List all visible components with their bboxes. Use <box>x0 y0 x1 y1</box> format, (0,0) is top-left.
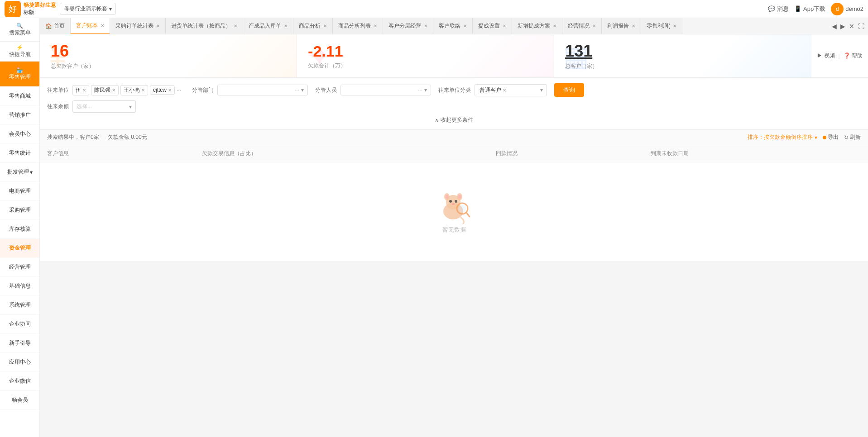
filter-tag-unit4[interactable]: cjttcw ✕ <box>150 86 175 95</box>
help-icon: ❓ <box>844 52 850 59</box>
close-tab-analysis[interactable]: ✕ <box>323 24 327 28</box>
workspace-label: 母婴行业演示帐套 <box>64 5 107 13</box>
filter-tag-unit2[interactable]: 陈民强 ✕ <box>91 85 119 95</box>
col-debt-info: 欠款交易信息（占比） <box>195 145 489 162</box>
sidebar-item-member[interactable]: 会员中心 <box>0 125 39 144</box>
sidebar-quick-nav[interactable]: ⚡ 快捷导航 <box>0 42 39 62</box>
sidebar-item-retail-management[interactable]: 🏪 零售管理 <box>0 62 39 87</box>
sidebar-search[interactable]: 🔍 搜索菜单 <box>0 18 39 42</box>
tab-home[interactable]: 🏠 首页 <box>40 18 71 34</box>
sidebar-item-purchase[interactable]: 采购管理 <box>0 201 39 220</box>
sidebar-item-system[interactable]: 系统管理 <box>0 296 39 315</box>
avatar: d <box>831 3 844 15</box>
tab-prev-button[interactable]: ◀ <box>831 22 838 31</box>
tab-product-analysis[interactable]: 商品分析 ✕ <box>293 18 333 34</box>
category-select[interactable]: 普通客户 ✕ ▾ <box>475 84 547 96</box>
close-tab-customer-ledger[interactable]: ✕ <box>101 23 104 28</box>
tab-new-commission[interactable]: 新增提成方案 ✕ <box>512 18 562 34</box>
tab-retail-profit[interactable]: 零售利润( ✕ <box>641 18 682 34</box>
more-units-button[interactable]: ··· <box>177 87 181 93</box>
tab-customer-layered[interactable]: 客户分层经营 ✕ <box>383 18 433 34</box>
svg-point-10 <box>459 205 466 212</box>
help-button[interactable]: ❓ 帮助 <box>844 52 863 60</box>
tab-operations[interactable]: 经营情况 ✕ <box>562 18 602 34</box>
logo-icon: 好 <box>5 1 21 17</box>
remove-unit4-button[interactable]: ✕ <box>168 88 172 93</box>
filter-tag-unit3[interactable]: 王小亮 ✕ <box>120 85 148 95</box>
tab-incoming-stats[interactable]: 进货单统计表（按商品） ✕ <box>166 18 243 34</box>
balance-placeholder: 选择... <box>77 103 127 110</box>
close-tab-new-commission[interactable]: ✕ <box>553 24 556 28</box>
svg-point-8 <box>452 203 455 205</box>
app-download-button[interactable]: 📱 App下载 <box>794 5 825 13</box>
sidebar-item-finance[interactable]: 资金管理 <box>0 239 39 258</box>
sidebar-item-retail-stats[interactable]: 零售统计 <box>0 144 39 163</box>
category-filter-label: 往来单位分类 <box>438 86 471 94</box>
close-tab-ops[interactable]: ✕ <box>592 24 596 28</box>
dept-more-icon: ··· <box>295 87 299 93</box>
tab-profit-report[interactable]: 利润报告 ✕ <box>602 18 641 34</box>
export-button[interactable]: 导出 <box>823 133 839 141</box>
sidebar-item-member2[interactable]: 畅会员 <box>0 391 39 410</box>
stat-number-total: 131 <box>565 42 592 61</box>
stat-block-debt: ✦ -2.11 欠款合计（万） <box>297 35 554 77</box>
filter-tag-category: 普通客户 ✕ <box>479 86 507 94</box>
tab-product-analysis-list[interactable]: 商品分析列表 ✕ <box>333 18 383 34</box>
sidebar-item-guide[interactable]: 新手引导 <box>0 334 39 353</box>
user-avatar-button[interactable]: d demo2 <box>831 3 863 15</box>
message-icon: 💬 <box>768 5 775 12</box>
person-select[interactable]: ··· ▾ <box>340 85 431 95</box>
collapse-button[interactable]: ∧ 收起更多条件 <box>435 116 473 124</box>
tab-production-entry[interactable]: 产成品入库单 ✕ <box>243 18 293 34</box>
sidebar-item-basic-info[interactable]: 基础信息 <box>0 277 39 296</box>
sidebar-item-wechat[interactable]: 企业微信 <box>0 372 39 391</box>
message-button[interactable]: 💬 消息 <box>768 5 789 13</box>
filter-tags-unit: 伍 ✕ 陈民强 ✕ 王小亮 ✕ cjttcw ✕ <box>72 85 181 95</box>
sidebar-item-inventory[interactable]: 库存核算 <box>0 220 39 239</box>
top-bar-left: 好 畅捷通好生意 标版 母婴行业演示帐套 ▾ <box>5 1 116 17</box>
content-area: 🏠 首页 客户账本 ✕ 采购订单统计表 ✕ 进货单统计表（按商品） ✕ 产成品入… <box>40 18 868 437</box>
tab-customer-contact[interactable]: 客户联络 ✕ <box>433 18 473 34</box>
remove-unit2-button[interactable]: ✕ <box>112 88 115 93</box>
close-tab-layered[interactable]: ✕ <box>424 24 427 28</box>
video-button[interactable]: ▶ 视频 <box>817 52 834 60</box>
query-button[interactable]: 查询 <box>554 83 584 97</box>
sidebar-item-enterprise[interactable]: 企业协同 <box>0 315 39 334</box>
tab-next-button[interactable]: ▶ <box>839 22 846 31</box>
close-tab-incoming[interactable]: ✕ <box>234 24 237 28</box>
tab-purchase-order-stats[interactable]: 采购订单统计表 ✕ <box>110 18 166 34</box>
sidebar-item-app-center[interactable]: 应用中心 <box>0 353 39 372</box>
close-tab-commission[interactable]: ✕ <box>503 24 506 28</box>
close-tab-purchase[interactable]: ✕ <box>156 24 160 28</box>
close-tab-contact[interactable]: ✕ <box>463 24 467 28</box>
sidebar-item-ecommerce[interactable]: 电商管理 <box>0 182 39 201</box>
remove-unit3-button[interactable]: ✕ <box>141 88 145 93</box>
unit-filter-label: 往来单位 <box>47 86 69 94</box>
workspace-selector[interactable]: 母婴行业演示帐套 ▾ <box>60 3 116 15</box>
stat-number-customers: 16 <box>51 42 69 61</box>
filter-tag-unit1[interactable]: 伍 ✕ <box>72 85 89 95</box>
sidebar-item-retail-shop[interactable]: 零售商城 <box>0 87 39 106</box>
svg-point-7 <box>455 200 457 203</box>
tab-maximize-button[interactable]: ⛶ <box>857 22 865 31</box>
dept-select[interactable]: ··· ▾ <box>217 85 308 95</box>
tab-commission-settings[interactable]: 提成设置 ✕ <box>473 18 512 34</box>
sidebar-item-wholesale[interactable]: 批发管理 ▾ <box>0 163 39 182</box>
balance-select[interactable]: 选择... ▾ <box>72 100 136 113</box>
close-tab-profit[interactable]: ✕ <box>632 24 635 28</box>
close-tab-analysis-list[interactable]: ✕ <box>374 24 377 28</box>
tab-close-all-button[interactable]: ✕ <box>848 22 855 31</box>
sidebar-item-operations[interactable]: 经营管理 <box>0 258 39 277</box>
export-icon <box>823 136 826 139</box>
close-tab-production[interactable]: ✕ <box>284 24 288 28</box>
refresh-button[interactable]: ↻ 刷新 <box>844 133 861 141</box>
chevron-down-icon: ▾ <box>109 6 112 12</box>
remove-category-button[interactable]: ✕ <box>503 88 506 93</box>
close-tab-retail-profit[interactable]: ✕ <box>673 24 676 28</box>
sort-select[interactable]: 排序：按欠款金额倒序排序 ▾ <box>748 133 817 141</box>
remove-unit1-button[interactable]: ✕ <box>82 88 86 93</box>
sort-label: 排序：按欠款金额倒序排序 <box>748 133 813 141</box>
tab-customer-ledger[interactable]: 客户账本 ✕ <box>71 18 110 34</box>
sidebar-item-marketing[interactable]: 营销推广 <box>0 106 39 125</box>
col-due-date: 到期未收款日期 <box>643 145 868 162</box>
